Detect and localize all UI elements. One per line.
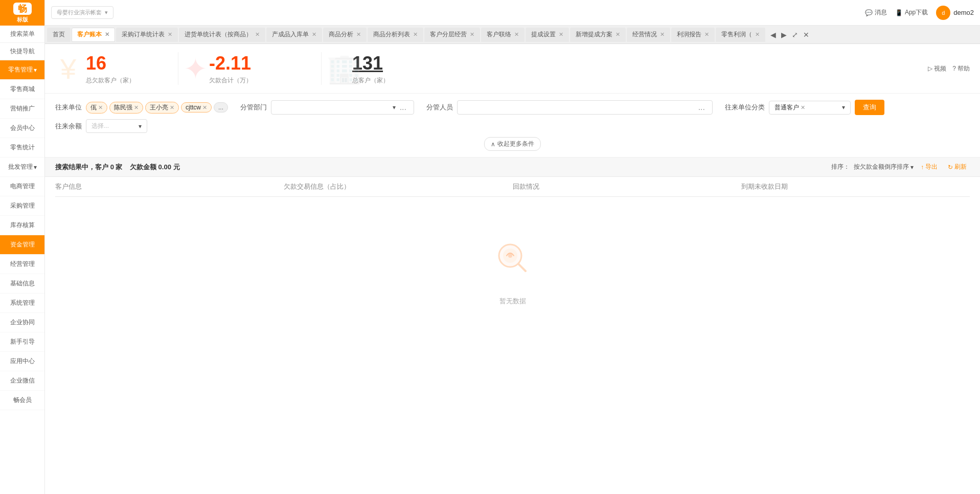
- topbar: 母婴行业演示帐套 ▾ 💬 消息 📱 App下载 d demo2: [45, 0, 980, 26]
- filter-tag-wa-close[interactable]: ✕: [98, 104, 103, 111]
- stat-total-clients: 🏢 131 总客户（家）: [321, 52, 444, 85]
- table-col-customer: 客户信息: [55, 182, 284, 191]
- export-btn[interactable]: ↑ 导出: [918, 162, 941, 172]
- tab-product-inbound[interactable]: 产成品入库单 ✕: [266, 28, 322, 42]
- person-filter-dots[interactable]: ...: [696, 103, 707, 112]
- tab-scroll-right-icon[interactable]: ▶: [779, 30, 789, 40]
- sidebar-item-retail-mgmt[interactable]: 零售管理 ▾: [0, 60, 44, 80]
- sidebar-item-batch-mgmt[interactable]: 批发管理 ▾: [0, 158, 44, 177]
- sidebar-item-wechat[interactable]: 企业微信: [0, 371, 44, 391]
- tab-inbound-stat[interactable]: 进货单统计表（按商品） ✕: [179, 28, 265, 42]
- sidebar-item-inventory[interactable]: 库存核算: [0, 216, 44, 235]
- tab-purchase-order[interactable]: 采购订单统计表 ✕: [116, 28, 178, 42]
- sort-label: 排序：: [831, 163, 850, 171]
- dept-filter-dots[interactable]: ...: [398, 103, 408, 112]
- sidebar-item-retail-mall[interactable]: 零售商城: [0, 80, 44, 99]
- tab-close-product-inbound[interactable]: ✕: [312, 31, 316, 38]
- app-download-btn[interactable]: 📱 App下载: [895, 8, 928, 17]
- question-icon: ?: [952, 65, 956, 72]
- search-result-text: 搜索结果中，客户 0 家 欠款金额 0.00 元: [55, 163, 180, 172]
- balance-select[interactable]: 选择... ▾: [86, 119, 147, 133]
- unit-filter-label: 往来单位: [55, 103, 82, 112]
- tab-close-purchase-order[interactable]: ✕: [168, 31, 172, 38]
- tab-customer-tier[interactable]: 客户分层经营 ✕: [424, 28, 480, 42]
- collapse-filter-btn[interactable]: ∧ 收起更多条件: [484, 137, 541, 151]
- tab-close-new-raise[interactable]: ✕: [616, 31, 620, 38]
- sidebar-item-quick-nav[interactable]: 快捷导航: [0, 43, 44, 60]
- filter-tag-normal-customer: 普通客户 ✕: [774, 103, 805, 112]
- content-area: ¥ 16 总欠款客户（家） ✦ -2.11 欠款合计（万） 🏢 131 总客户（…: [45, 44, 980, 494]
- tab-close-customer-capital[interactable]: ✕: [105, 31, 109, 38]
- sidebar-item-finance[interactable]: 资金管理: [0, 235, 44, 255]
- filter-tag-cjttcw-close[interactable]: ✕: [202, 104, 207, 111]
- sidebar-item-system[interactable]: 系统管理: [0, 294, 44, 313]
- video-help-btn[interactable]: ▷ 视频: [928, 64, 946, 73]
- dept-filter-label: 分管部门: [240, 103, 267, 112]
- chevron-down-icon: ▾: [105, 9, 108, 16]
- refresh-btn[interactable]: ↻ 刷新: [945, 162, 970, 172]
- sidebar-item-guide[interactable]: 新手引导: [0, 332, 44, 352]
- sidebar-item-ecommerce[interactable]: 电商管理: [0, 177, 44, 196]
- sidebar-item-purchase[interactable]: 采购管理: [0, 196, 44, 216]
- sort-select[interactable]: 按欠款金额倒序排序 ▾: [854, 163, 914, 171]
- stat-total-customers: ¥ 16 总欠款客户（家）: [55, 52, 178, 85]
- message-btn[interactable]: 💬 消息: [865, 8, 887, 17]
- tab-close-customer-tier[interactable]: ✕: [470, 31, 474, 38]
- tab-close-raise-settings[interactable]: ✕: [559, 31, 563, 38]
- tab-close-product-analysis[interactable]: ✕: [356, 31, 361, 38]
- tab-close-inbound-stat[interactable]: ✕: [255, 31, 260, 38]
- total-debt-label: 欠款合计（万）: [209, 76, 252, 85]
- sidebar-item-app-center[interactable]: 应用中心: [0, 352, 44, 371]
- unit-class-select[interactable]: 普通客户 ✕ ▾: [769, 101, 851, 115]
- tab-product-analysis-list[interactable]: 商品分析列表 ✕: [368, 28, 423, 42]
- tab-scroll-left-icon[interactable]: ◀: [768, 30, 778, 40]
- tab-customer-contact[interactable]: 客户联络 ✕: [481, 28, 525, 42]
- sidebar-item-marketing[interactable]: 营销推广: [0, 99, 44, 119]
- filter-tag-chenminqiang-close[interactable]: ✕: [134, 104, 139, 111]
- phone-icon: 📱: [895, 9, 903, 16]
- filter-tag-normal-customer-close[interactable]: ✕: [801, 104, 805, 111]
- tab-close-business-status[interactable]: ✕: [660, 31, 665, 38]
- sidebar-item-member[interactable]: 畅会员: [0, 391, 44, 410]
- filter-tag-more[interactable]: ...: [214, 102, 228, 113]
- filter-tag-cjttcw: cjttcw ✕: [181, 102, 212, 113]
- sidebar-item-basic-info[interactable]: 基础信息: [0, 274, 44, 294]
- person-select[interactable]: ...: [457, 100, 713, 115]
- doc-help-btn[interactable]: ? 帮助: [952, 64, 970, 73]
- tab-home[interactable]: 首页: [47, 28, 71, 42]
- empty-icon: [492, 238, 533, 288]
- tab-profit-report[interactable]: 利润报告 ✕: [671, 28, 715, 42]
- query-btn[interactable]: 查询: [855, 100, 884, 115]
- dept-select[interactable]: ▾ ...: [271, 100, 414, 115]
- tab-business-status[interactable]: 经营情况 ✕: [627, 28, 670, 42]
- user-name: demo2: [953, 9, 974, 16]
- tab-close-all-icon[interactable]: ✕: [801, 30, 811, 40]
- tab-retail-profit[interactable]: 零售利润（ ✕: [716, 28, 765, 42]
- filter-row-2: 往来余额 选择... ▾: [55, 119, 970, 133]
- tab-close-retail-profit[interactable]: ✕: [755, 31, 760, 38]
- main-area: 母婴行业演示帐套 ▾ 💬 消息 📱 App下载 d demo2 首页 客户账本 …: [45, 0, 980, 494]
- sidebar-item-search-menu[interactable]: 搜索菜单: [0, 26, 44, 43]
- tab-scroll-arrows: ◀ ▶ ⤢ ✕: [768, 30, 811, 40]
- tab-product-analysis[interactable]: 商品分析 ✕: [323, 28, 367, 42]
- user-menu[interactable]: d demo2: [936, 6, 974, 20]
- app-subtitle: 标版: [17, 16, 28, 24]
- refresh-icon: ↻: [948, 164, 953, 171]
- tab-close-profit-report[interactable]: ✕: [704, 31, 709, 38]
- sidebar-item-operations[interactable]: 经营管理: [0, 255, 44, 274]
- search-result-bar: 搜索结果中，客户 0 家 欠款金额 0.00 元 排序： 按欠款金额倒序排序 ▾…: [45, 158, 980, 177]
- tab-maximize-icon[interactable]: ⤢: [790, 30, 800, 40]
- sidebar-item-enterprise[interactable]: 企业协同: [0, 313, 44, 332]
- unit-class-label: 往来单位分类: [725, 103, 765, 112]
- table-container: 客户信息 欠款交易信息（占比） 回款情况 到期未收款日期: [45, 177, 980, 347]
- tab-close-customer-contact[interactable]: ✕: [514, 31, 519, 38]
- filter-tag-wangxiaoliang-close[interactable]: ✕: [170, 104, 174, 111]
- account-selector[interactable]: 母婴行业演示帐套 ▾: [51, 6, 113, 19]
- tab-close-product-analysis-list[interactable]: ✕: [413, 31, 418, 38]
- chevron-down-icon: ▾: [393, 104, 396, 111]
- tab-new-raise[interactable]: 新增提成方案 ✕: [570, 28, 626, 42]
- sidebar-item-member-center[interactable]: 会员中心: [0, 119, 44, 138]
- sidebar-item-retail-stats[interactable]: 零售统计: [0, 138, 44, 158]
- tab-raise-settings[interactable]: 提成设置 ✕: [526, 28, 569, 42]
- tab-customer-capital[interactable]: 客户账本 ✕: [72, 28, 115, 42]
